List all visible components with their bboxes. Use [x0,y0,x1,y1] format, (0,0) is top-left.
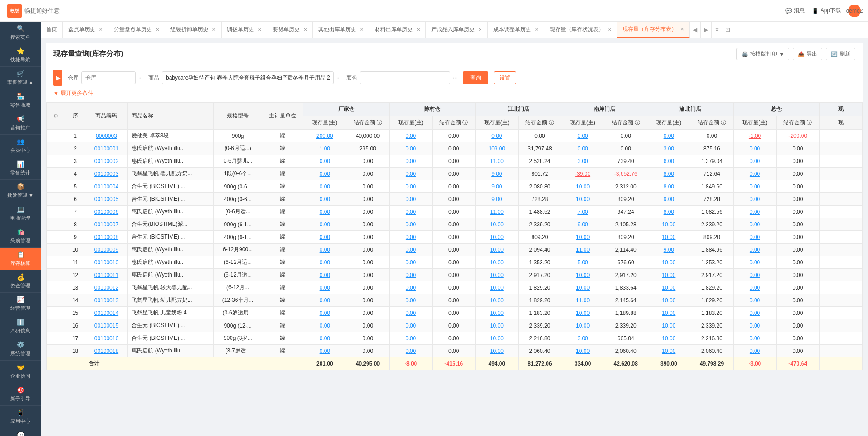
sidebar-item-nav[interactable]: ⭐ 快捷导航 [0,44,41,67]
td-c3-qty: 9.00 [475,168,518,180]
color-input[interactable] [360,71,450,84]
close-tab-10[interactable]: ✕ [608,27,611,32]
td-c1-qty: 0.00 [303,180,346,193]
color-more-btn[interactable]: ··· [453,75,458,81]
close-tab-11[interactable]: ✕ [680,27,684,32]
td-sum-c3-qty: 494.00 [475,357,518,370]
user-avatar[interactable]: demo2 [848,5,861,17]
td-code: 00100009 [85,244,128,256]
sidebar-item-guide[interactable]: 🎯 新手引导 [0,383,41,406]
sidebar-item-appcenter[interactable]: 📱 应用中心 [0,406,41,428]
sidebar-item-mall[interactable]: 🏪 零售商城 [0,89,41,112]
td-total-qty: 0.00 [733,244,776,256]
td-gear [47,244,66,256]
nav-arrow-right[interactable]: ▶ [701,22,712,38]
td-spec: (3-6岁适用... [214,307,262,319]
td-sum-index [66,357,85,370]
settings-btn[interactable]: 设置 [494,71,516,84]
td-c1-amt: 0.00 [346,193,389,206]
td-code: 00100016 [85,332,128,345]
sidebar-item-basic[interactable]: ℹ️ 基础信息 [0,315,41,338]
product-more-btn[interactable]: ··· [336,75,341,81]
td-c5-amt: 2,060.40 [690,345,733,357]
td-spec: (6-12月适... [214,269,262,281]
tab-product-in[interactable]: 产成品入库单历史 ✕ [426,22,488,38]
tab-inventory-check[interactable]: 盘点单历史 ✕ [63,22,108,38]
sidebar-item-purchase[interactable]: 🛍️ 采购管理 [0,225,41,248]
tab-home[interactable]: 首页 [41,22,63,38]
td-name: 惠氏启航 (Wyeth illu... [128,269,214,281]
close-tab-2[interactable]: ✕ [156,27,159,32]
expand-conditions-btn[interactable]: ▼ 展开更多条件 [53,89,855,97]
filter-toggle-btn[interactable]: ▶ [53,70,62,86]
warehouse-more-btn[interactable]: ··· [138,75,143,81]
td-unit: 罐 [262,155,303,168]
sidebar-item-wechat[interactable]: 💬 企业微信 [0,428,41,436]
close-tab-8[interactable]: ✕ [478,27,482,32]
print-btn[interactable]: 🖨️ 按模版打印 ▼ [736,48,789,60]
tab-portion-check[interactable]: 分量盘点单历史 ✕ [108,22,165,38]
td-c4-amt: 2,105.28 [604,218,647,231]
product-input[interactable] [162,71,334,84]
nav-expand[interactable]: ⊡ [722,22,733,38]
sidebar-item-retail[interactable]: 🛒 零售管理 ▲ [0,67,41,89]
td-gear [47,218,66,231]
app-download-btn[interactable]: 📱 App下载 [812,7,841,14]
tab-transfer[interactable]: 调拨单历史 ✕ [222,22,267,38]
query-btn[interactable]: 查询 [463,71,488,84]
sidebar-item-collab[interactable]: 🤝 企业协同 [0,361,41,383]
close-tab-6[interactable]: ✕ [360,27,363,32]
refresh-btn[interactable]: 🔄 刷新 [826,48,855,60]
close-tab-4[interactable]: ✕ [258,27,261,32]
sidebar-item-search[interactable]: 🔍 搜索英单 [0,22,41,44]
td-c3-amt: 2,094.40 [518,244,561,256]
warehouse-input[interactable] [81,71,136,84]
close-tab-7[interactable]: ✕ [416,27,420,32]
td-c5-qty: 10.00 [647,269,690,281]
export-btn[interactable]: 📤 导出 [793,48,822,60]
sidebar-item-ecommerce[interactable]: 💻 电商管理 [0,202,41,225]
th-name: 商品名称 [128,103,214,130]
sidebar-item-system[interactable]: ⚙️ 系统管理 [0,338,41,361]
table-row: 16 00100015 合生元 (BIOSTIME) ... 900g (12-… [47,319,863,332]
close-tab-9[interactable]: ✕ [535,27,538,32]
td-index: 3 [66,155,85,168]
logo-area: 标版 畅捷通好生意 [7,4,60,18]
td-c2-qty: 0.00 [389,294,432,307]
close-tab-1[interactable]: ✕ [99,27,103,32]
sidebar-item-retail-stats[interactable]: 📊 零售统计 [0,157,41,180]
tab-assembly[interactable]: 组装折卸单历史 ✕ [165,22,222,38]
td-c5-qty: 3.00 [647,142,690,155]
gear-icon[interactable]: ⚙ [53,113,58,119]
th-warehouse-5: 渝北门店 [647,103,733,116]
close-tab-5[interactable]: ✕ [303,27,307,32]
sidebar-item-operations[interactable]: 📈 经营管理 [0,293,41,315]
tab-stock-dist[interactable]: 现存量（库存分布表） ✕ [617,22,690,38]
sidebar-item-wholesale[interactable]: 📦 批发管理 ▼ [0,180,41,202]
td-c3-qty: 10.00 [475,281,518,294]
tab-other-out[interactable]: 其他出库单历史 ✕ [313,22,369,38]
td-extra [819,319,862,332]
sidebar-item-member[interactable]: 👥 会员中心 [0,135,41,157]
message-btn[interactable]: 💬 消息 [785,7,805,14]
td-total-qty: 0.00 [733,256,776,269]
tab-stock-status[interactable]: 现存量（库存状况表） ✕ [544,22,617,38]
tab-material-out[interactable]: 材料出库单历史 ✕ [369,22,426,38]
td-c4-qty: 0.00 [561,142,604,155]
sidebar-label-basic: 基础信息 [10,328,30,334]
close-tab-3[interactable]: ✕ [212,27,216,32]
sidebar-item-marketing[interactable]: 📢 营销推广 [0,112,41,135]
td-c2-amt: 0.00 [432,142,475,155]
td-code: 0000003 [85,130,128,142]
nav-arrow-left[interactable]: ◀ [690,22,701,38]
sidebar-item-finance[interactable]: 💰 资金管理 [0,270,41,293]
tab-requisition[interactable]: 要货单历史 ✕ [267,22,313,38]
td-code: 00100008 [85,231,128,244]
tab-cost-adjust[interactable]: 成本调整单历史 ✕ [488,22,544,38]
td-c1-amt: 0.00 [346,180,389,193]
nav-close-all[interactable]: ✕ [712,22,722,38]
td-c5-qty: 10.00 [647,281,690,294]
td-c5-amt: 2,339.20 [690,319,733,332]
sidebar-item-inventory[interactable]: 📋 库存核算 [0,248,41,270]
td-c3-qty: 11.00 [475,155,518,168]
